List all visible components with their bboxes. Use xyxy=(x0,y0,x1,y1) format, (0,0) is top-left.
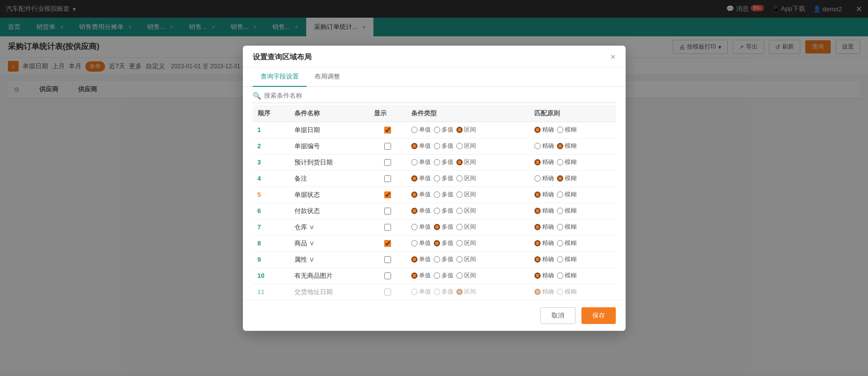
table-row: 2单据编号单值多值区间精确模糊 xyxy=(253,138,616,154)
settings-dialog: 设置查询区域布局 × 查询字段设置 布局调整 🔍 顺序 条件名称 显示 条件类型 xyxy=(243,46,626,331)
cell-order: 3 xyxy=(253,154,290,170)
cell-match-rule: 精确模糊 xyxy=(529,268,615,284)
save-button[interactable]: 保存 xyxy=(581,307,616,324)
display-checkbox[interactable] xyxy=(384,224,391,231)
type-radio-区间[interactable] xyxy=(456,272,463,279)
match-radio-精确[interactable] xyxy=(534,175,541,182)
cell-condition-name: 交货地址日期 xyxy=(289,284,369,300)
col-match-rule: 匹配原则 xyxy=(529,105,615,122)
match-radio-精确[interactable] xyxy=(534,256,541,263)
type-radio-多值[interactable] xyxy=(434,127,440,133)
match-radio-精确[interactable] xyxy=(534,240,541,246)
cell-condition-name: 单据状态 xyxy=(289,187,369,203)
search-input[interactable] xyxy=(264,92,362,99)
cell-display xyxy=(369,154,406,170)
type-radio-单值[interactable] xyxy=(411,272,418,279)
cell-condition-type: 单值多值区间 xyxy=(406,284,529,300)
type-radio-单值[interactable] xyxy=(411,208,418,214)
match-radio-模糊[interactable] xyxy=(557,175,563,182)
match-radio-精确[interactable] xyxy=(534,208,541,214)
display-checkbox[interactable] xyxy=(384,289,391,295)
type-radio-区间[interactable] xyxy=(456,224,463,230)
cell-condition-name: 商品 ∨ xyxy=(289,235,369,251)
cell-match-rule: 精确模糊 xyxy=(529,235,615,251)
match-radio-精确[interactable] xyxy=(534,272,541,279)
display-checkbox[interactable] xyxy=(384,175,391,182)
cell-display xyxy=(369,187,406,203)
type-radio-区间[interactable] xyxy=(456,191,463,198)
type-radio-多值[interactable] xyxy=(434,159,440,165)
table-row: 7仓库 ∨单值多值区间精确模糊 xyxy=(253,219,616,235)
table-row: 10有无商品图片单值多值区间精确模糊 xyxy=(253,268,616,284)
type-radio-区间[interactable] xyxy=(456,143,463,149)
match-radio-模糊[interactable] xyxy=(557,159,563,165)
display-checkbox[interactable] xyxy=(384,240,391,247)
match-radio-精确[interactable] xyxy=(534,191,541,198)
dialog-close-button[interactable]: × xyxy=(610,53,616,61)
cell-condition-name: 付款状态 xyxy=(289,203,369,219)
type-radio-单值[interactable] xyxy=(411,143,418,149)
display-checkbox[interactable] xyxy=(384,143,391,150)
table-row: 9属性 ∨单值多值区间精确模糊 xyxy=(253,251,616,268)
match-radio-模糊[interactable] xyxy=(557,272,563,279)
match-radio-模糊[interactable] xyxy=(557,208,563,214)
col-display: 显示 xyxy=(369,105,406,122)
cancel-button[interactable]: 取消 xyxy=(540,307,576,324)
type-radio-单值[interactable] xyxy=(411,224,418,230)
display-checkbox[interactable] xyxy=(384,256,391,263)
display-checkbox[interactable] xyxy=(384,208,391,215)
type-radio-区间[interactable] xyxy=(456,127,463,133)
type-radio-多值[interactable] xyxy=(434,191,440,198)
match-radio-模糊[interactable] xyxy=(557,289,563,295)
type-radio-区间[interactable] xyxy=(456,175,463,182)
display-checkbox[interactable] xyxy=(384,159,391,166)
cell-condition-type: 单值多值区间 xyxy=(406,203,529,219)
match-radio-精确[interactable] xyxy=(534,159,541,165)
type-radio-多值[interactable] xyxy=(434,272,440,279)
tab-query-fields[interactable]: 查询字段设置 xyxy=(253,67,307,87)
match-radio-精确[interactable] xyxy=(534,127,541,133)
match-radio-模糊[interactable] xyxy=(557,240,563,246)
type-radio-单值[interactable] xyxy=(411,175,418,182)
type-radio-区间[interactable] xyxy=(456,208,463,214)
match-radio-模糊[interactable] xyxy=(557,224,563,230)
type-radio-单值[interactable] xyxy=(411,240,418,246)
type-radio-多值[interactable] xyxy=(434,143,440,149)
type-radio-区间[interactable] xyxy=(456,289,463,295)
col-condition-type: 条件类型 xyxy=(406,105,529,122)
cell-match-rule: 精确模糊 xyxy=(529,122,615,138)
type-radio-单值[interactable] xyxy=(411,289,418,295)
match-radio-模糊[interactable] xyxy=(557,127,563,133)
type-radio-多值[interactable] xyxy=(434,175,440,182)
match-radio-精确[interactable] xyxy=(534,289,541,295)
match-radio-模糊[interactable] xyxy=(557,143,563,149)
display-checkbox[interactable] xyxy=(384,191,391,198)
type-radio-多值[interactable] xyxy=(434,240,440,246)
match-radio-精确[interactable] xyxy=(534,143,541,149)
type-radio-多值[interactable] xyxy=(434,256,440,263)
cell-display xyxy=(369,122,406,138)
type-radio-单值[interactable] xyxy=(411,127,418,133)
type-radio-单值[interactable] xyxy=(411,256,418,263)
type-radio-多值[interactable] xyxy=(434,289,440,295)
type-radio-单值[interactable] xyxy=(411,191,418,198)
table-row: 4备注单值多值区间精确模糊 xyxy=(253,170,616,187)
tab-layout-adjust[interactable]: 布局调整 xyxy=(307,67,348,87)
type-radio-区间[interactable] xyxy=(456,256,463,263)
cell-condition-name: 预计到货日期 xyxy=(289,154,369,170)
match-radio-精确[interactable] xyxy=(534,224,541,230)
match-radio-模糊[interactable] xyxy=(557,191,563,198)
type-radio-单值[interactable] xyxy=(411,159,418,165)
type-radio-多值[interactable] xyxy=(434,208,440,214)
display-checkbox[interactable] xyxy=(384,127,391,134)
cell-condition-type: 单值多值区间 xyxy=(406,251,529,268)
display-checkbox[interactable] xyxy=(384,272,391,279)
table-row: 11交货地址日期单值多值区间精确模糊 xyxy=(253,284,616,300)
match-radio-模糊[interactable] xyxy=(557,256,563,263)
type-radio-多值[interactable] xyxy=(434,224,440,230)
cell-condition-type: 单值多值区间 xyxy=(406,170,529,187)
cell-condition-type: 单值多值区间 xyxy=(406,154,529,170)
cell-display xyxy=(369,268,406,284)
type-radio-区间[interactable] xyxy=(456,159,463,165)
type-radio-区间[interactable] xyxy=(456,240,463,246)
